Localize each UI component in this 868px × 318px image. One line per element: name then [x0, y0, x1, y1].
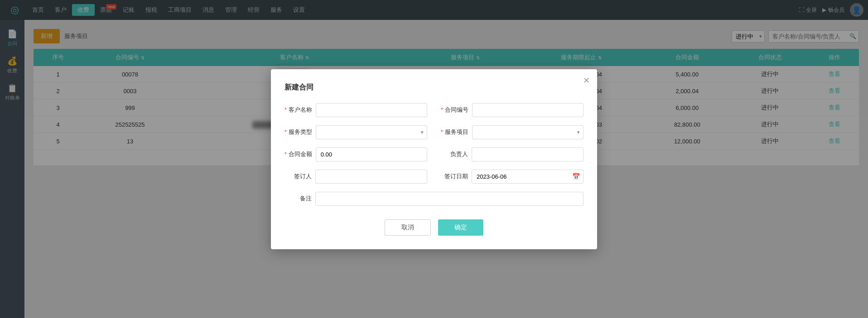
label-responsible: 负责人	[441, 150, 468, 158]
calendar-icon[interactable]: 📅	[572, 173, 580, 180]
service-type-select-wrapper	[316, 125, 427, 139]
modal-title: 新建合同	[285, 83, 583, 92]
modal-close-button[interactable]: ✕	[583, 76, 590, 85]
label-signer: 签订人	[285, 172, 312, 180]
form-group-amount: 合同金额	[285, 147, 427, 161]
label-service-item: 服务项目	[441, 128, 468, 136]
form-group-customer-name: 客户名称	[285, 103, 427, 117]
confirm-button[interactable]: 确定	[438, 219, 483, 236]
label-remark: 备注	[285, 195, 312, 203]
form-group-contract-no: 合同编号	[441, 103, 583, 117]
form-group-responsible: 负责人	[441, 147, 583, 161]
input-customer-name[interactable]	[316, 103, 427, 117]
input-sign-date[interactable]	[472, 170, 583, 184]
modal-overlay[interactable]: ✕ 新建合同 客户名称 合同编号 服务类型 服	[0, 0, 868, 318]
form-group-sign-date: 签订日期 📅	[441, 170, 583, 184]
label-customer-name: 客户名称	[285, 106, 312, 114]
form-group-service-type: 服务类型	[285, 125, 427, 139]
input-remark[interactable]	[315, 192, 583, 206]
service-item-select-wrapper	[472, 125, 583, 139]
select-service-type[interactable]	[316, 125, 427, 139]
label-sign-date: 签订日期	[441, 172, 468, 180]
input-amount[interactable]	[316, 147, 427, 161]
sign-date-wrapper: 📅	[472, 170, 583, 184]
form-group-signer: 签订人	[285, 170, 427, 184]
input-contract-no[interactable]	[472, 103, 583, 117]
label-service-type: 服务类型	[285, 128, 312, 136]
form-grid: 客户名称 合同编号 服务类型 服务项目	[285, 103, 583, 206]
select-service-item[interactable]	[472, 125, 583, 139]
form-group-remark: 备注	[285, 192, 583, 206]
modal-footer: 取消 确定	[285, 219, 583, 236]
modal-dialog: ✕ 新建合同 客户名称 合同编号 服务类型 服	[271, 69, 597, 249]
input-signer[interactable]	[315, 170, 427, 184]
label-contract-no: 合同编号	[441, 106, 468, 114]
input-responsible[interactable]	[472, 147, 583, 161]
form-group-service-item: 服务项目	[441, 125, 583, 139]
cancel-button[interactable]: 取消	[385, 219, 431, 236]
label-amount: 合同金额	[285, 150, 312, 158]
